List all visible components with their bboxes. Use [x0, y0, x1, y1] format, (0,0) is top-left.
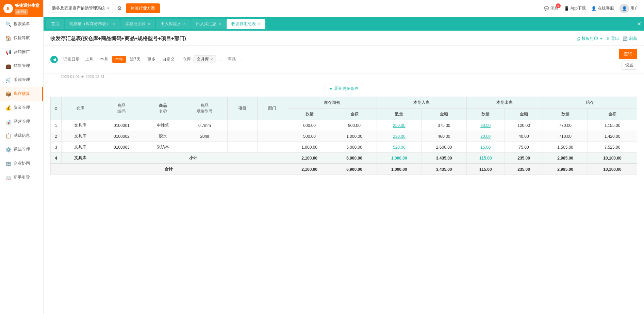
col-end-amt-header: 金额	[588, 109, 637, 120]
column-settings-icon[interactable]: ⚙	[54, 106, 58, 111]
warehouse-tag-close[interactable]: ✕	[210, 57, 213, 61]
subtotal-in-amt: 3,435.00	[422, 153, 466, 164]
row-spec	[182, 142, 227, 153]
date-btn-近7天[interactable]: 近7天	[127, 56, 143, 63]
row-out-qty[interactable]: 20.00	[466, 131, 505, 142]
settings-button[interactable]: 设置	[622, 61, 637, 70]
total-open-amt: 6,900.00	[332, 164, 377, 175]
sidebar-item-sales[interactable]: 💼 销售管理	[0, 59, 43, 73]
date-btn-本月[interactable]: 本月	[97, 56, 111, 63]
row-code: 0100002	[99, 131, 144, 142]
tab-batch[interactable]: 库存批次账✕	[120, 19, 155, 29]
tab-close-batch[interactable]: ✕	[148, 22, 150, 26]
sidebar-label-marketing: 营销推广	[14, 49, 30, 55]
sidebar-item-search[interactable]: 🔍 搜索菜单	[0, 17, 43, 31]
col-open-amt-header: 金额	[332, 109, 377, 120]
sidebar-item-basic-info[interactable]: 📋 基础信息	[0, 129, 43, 143]
total-label: 合计	[51, 164, 287, 175]
query-button[interactable]: 查询	[619, 49, 637, 59]
col-settings-header: ⚙	[51, 97, 62, 120]
sidebar-item-marketing[interactable]: 📢 营销推广	[0, 45, 43, 59]
row-end-qty: 710.00	[543, 131, 588, 142]
trial-button[interactable]: 体验行业方案	[126, 3, 160, 13]
warehouse-more-icon[interactable]: ...	[219, 57, 222, 62]
sidebar-label-purchase: 采购管理	[14, 77, 30, 83]
row-in-qty[interactable]: 250.00	[377, 120, 422, 131]
tab-close-stock-dist[interactable]: ✕	[112, 22, 115, 26]
date-filter-section: 记账日期 上月本月本年近7天更多自定义	[63, 56, 177, 63]
row-in-qty[interactable]: 520.00	[377, 142, 422, 153]
col-code-header: 商品编码	[99, 97, 144, 120]
col-in-amt-header: 金额	[422, 109, 466, 120]
col-name-header: 商品名称	[144, 97, 182, 120]
export-icon: ⬆	[606, 36, 610, 41]
tab-close-recv-summary[interactable]: ✕	[258, 22, 261, 26]
sidebar-item-quick-nav[interactable]: 🏠 快捷导航	[0, 31, 43, 45]
tab-summary[interactable]: 出入库汇总✕	[191, 19, 226, 29]
system-selector[interactable]: 装备及固定资产辅助管理系统 ▼	[49, 4, 113, 13]
tab-stock-dist[interactable]: 现存量（库存分布表）✕	[65, 19, 120, 29]
date-btn-本年[interactable]: 本年	[112, 56, 126, 63]
page-title-bar: 收发存汇总表(按仓库+商品编码+商品+规格型号+项目+部门) 🖨 模板打印 ▼ …	[44, 31, 644, 46]
tab-label-summary: 出入库汇总	[196, 21, 216, 27]
sidebar-item-finance[interactable]: 💰 资金管理	[0, 101, 43, 115]
product-more-icon[interactable]: ...	[238, 57, 242, 62]
row-dept	[257, 142, 287, 153]
refresh-btn[interactable]: 🔄 刷新	[623, 36, 637, 42]
sidebar-item-inventory[interactable]: 📦 库存核算	[0, 87, 43, 101]
row-spec: 0.7mm	[182, 120, 227, 131]
row-open-amt: 1,000.00	[332, 131, 377, 142]
tab-close-summary[interactable]: ✕	[218, 22, 221, 26]
tab-home[interactable]: 首页	[46, 19, 64, 29]
row-in-amt: 460.00	[422, 131, 466, 142]
sidebar-item-enterprise[interactable]: 🏢 企业协同	[0, 156, 43, 170]
purchase-icon: 🛒	[5, 77, 11, 83]
date-btn-自定义[interactable]: 自定义	[160, 56, 177, 63]
date-btn-上月[interactable]: 上月	[82, 56, 96, 63]
sidebar-item-operations[interactable]: 📊 经营管理	[0, 115, 43, 129]
row-out-qty[interactable]: 15.00	[466, 142, 505, 153]
date-buttons: 上月本月本年近7天更多自定义	[82, 56, 177, 63]
total-open-qty: 2,100.00	[287, 164, 332, 175]
sidebar-item-purchase[interactable]: 🛒 采购管理	[0, 73, 43, 87]
tab-close-flow[interactable]: ✕	[183, 22, 186, 26]
message-action[interactable]: 💬 消息 6	[544, 5, 559, 11]
subtotal-out-amt: 235.00	[505, 153, 543, 164]
total-out-qty: 115.00	[466, 164, 505, 175]
sidebar-item-system[interactable]: ⚙️ 系统管理	[0, 143, 43, 156]
main-content: 装备及固定资产辅助管理系统 ▼ ⚙ 体验行业方案 💬 消息 6 📱 App下载 …	[44, 0, 644, 314]
date-btn-更多[interactable]: 更多	[145, 56, 158, 63]
row-name: 胶水	[144, 131, 182, 142]
expand-more-btn[interactable]: ▼ 展开更多条件	[325, 84, 363, 93]
tab-recv-summary[interactable]: 收发存汇总表✕	[227, 19, 265, 29]
sidebar-item-guide[interactable]: 📖 新手引导	[0, 170, 43, 184]
col-period-out-header: 本期出库	[466, 97, 543, 109]
sidebar-label-quick-nav: 快捷导航	[14, 35, 30, 41]
row-out-qty[interactable]: 80.00	[466, 120, 505, 131]
date-range-display: 2023-01-01 至 2023-12-31	[61, 74, 105, 79]
col-out-amt-header: 金额	[505, 109, 543, 120]
user-action[interactable]: 👤 用户	[620, 4, 639, 13]
row-warehouse: 文具库	[62, 131, 99, 142]
close-all-tabs[interactable]: ✕	[637, 21, 641, 27]
row-open-qty: 500.00	[287, 131, 332, 142]
tab-flow[interactable]: 出入库流水✕	[156, 19, 191, 29]
warehouse-tag[interactable]: 文具库 ✕	[194, 55, 216, 63]
filter-collapse-btn[interactable]: ◀	[50, 56, 58, 63]
col-project-header: 项目	[228, 97, 258, 120]
total-end-amt: 10,100.00	[588, 164, 637, 175]
data-table: ⚙ 仓库 商品编码 商品名称 商品规格型号 项目 部门 库存期初 本期入库 本期…	[50, 97, 637, 175]
search-icon: 🔍	[5, 21, 11, 27]
total-in-amt: 3,435.00	[422, 164, 466, 175]
row-name: 采访本	[144, 142, 182, 153]
tab-label-batch: 库存批次账	[125, 21, 146, 27]
app-download-action[interactable]: 📱 App下载	[564, 5, 586, 11]
online-service-action[interactable]: 👤 在线客服	[591, 5, 614, 11]
logo-text: 畅捷通好生意 标准版	[15, 3, 39, 15]
tab-label-flow: 出入库流水	[161, 21, 181, 27]
enterprise-icon: 🏢	[5, 161, 11, 166]
row-in-qty[interactable]: 230.00	[377, 131, 422, 142]
export-btn[interactable]: ⬆ 导出	[606, 36, 619, 42]
print-btn[interactable]: 🖨 模板打印 ▼	[576, 36, 603, 42]
settings-icon[interactable]: ⚙	[117, 5, 122, 12]
